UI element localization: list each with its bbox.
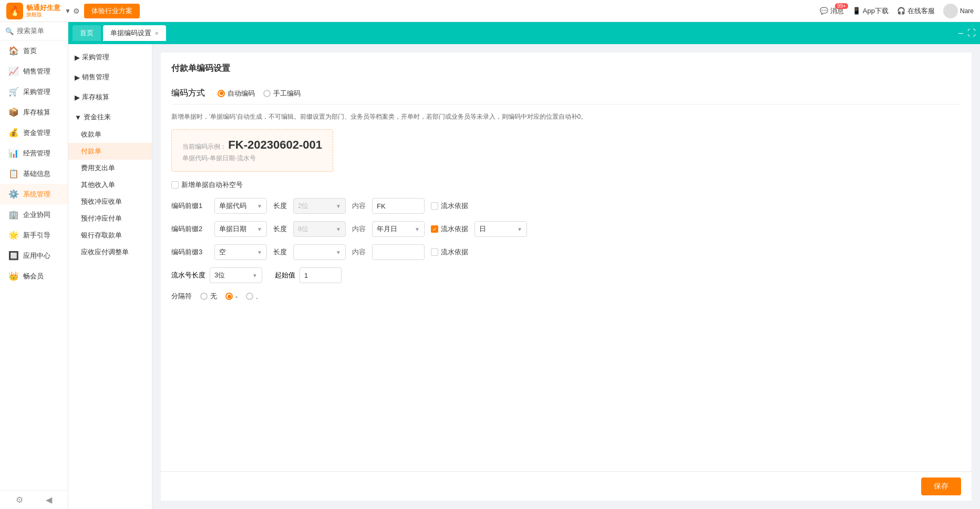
topbar-right: 💬 消息 99+ 📱 App下载 🎧 在线客服 Nare (820, 4, 974, 18)
page-title: 付款单编码设置 (171, 63, 961, 74)
content3-input[interactable] (372, 244, 425, 260)
coding-mode-row: 编码方式 自动编码 手工编码 (171, 82, 961, 105)
sec-item-expense[interactable]: 费用支出单 (68, 160, 152, 176)
serial-row: 流水号长度 3位 ▼ 起始值 (171, 267, 961, 283)
nav-gear-icon[interactable]: ⚙ (73, 7, 80, 15)
prefix2-label: 编码前缀2 (171, 224, 208, 234)
sec-header-inventory[interactable]: ▶ 库存核算 (68, 88, 152, 106)
sidebar-item-member[interactable]: 👑 畅会员 (0, 266, 68, 286)
serial1-checkbox[interactable]: 流水依据 (431, 201, 468, 211)
separator-label: 分隔符 (171, 292, 192, 301)
user-profile[interactable]: Nare (943, 4, 974, 18)
serial-length-label: 流水号长度 (171, 271, 205, 280)
inventory-icon: 📦 (8, 107, 19, 117)
page-content: 付款单编码设置 编码方式 自动编码 手工编码 (152, 44, 980, 509)
serial2-unit-select[interactable]: 日 ▼ (474, 221, 527, 237)
serial2-checkbox[interactable]: ✓ 流水依据 (431, 224, 468, 234)
sep-none-radio[interactable]: 无 (200, 292, 217, 301)
length2-arrow-icon: ▼ (336, 226, 341, 232)
prefix1-select[interactable]: 单据代码 ▼ (214, 198, 267, 214)
length3-label: 长度 (273, 247, 287, 257)
serial3-checkbox[interactable]: 流水依据 (431, 247, 468, 257)
apps-icon: 🔲 (8, 251, 19, 261)
tab-home[interactable]: 首页 (73, 25, 101, 41)
footer-collapse-button[interactable]: ◀ (46, 495, 52, 505)
prefix2-arrow-icon: ▼ (257, 226, 262, 232)
sidebar-item-purchase[interactable]: 🛒 采购管理 (0, 81, 68, 102)
sidebar-item-system[interactable]: ⚙️ 系统管理 (0, 184, 68, 204)
sec-item-bank-deposit[interactable]: 银行存取款单 (68, 227, 152, 244)
separator-row: 分隔符 无 - . (171, 292, 961, 301)
sec-header-purchase[interactable]: ▶ 采购管理 (68, 48, 152, 66)
bottom-bar: 保存 (161, 471, 972, 501)
sec-item-advance-payment[interactable]: 预付冲应付单 (68, 210, 152, 227)
length3-input[interactable]: ▼ (293, 244, 346, 260)
sec-header-sales[interactable]: ▶ 销售管理 (68, 68, 152, 86)
nav-dropdown-icon[interactable]: ▼ (65, 7, 71, 15)
sec-item-adjustment[interactable]: 应收应付调整单 (68, 244, 152, 261)
experience-button[interactable]: 体验行业方案 (84, 4, 140, 18)
autofill-checkbox[interactable]: 新增单据自动补空号 (171, 180, 243, 190)
guide-icon: 🌟 (8, 230, 19, 240)
radio-auto-code[interactable]: 自动编码 (218, 89, 255, 98)
message-button[interactable]: 💬 消息 99+ (820, 6, 844, 16)
operations-icon: 📊 (8, 148, 19, 158)
coding-mode-label: 编码方式 (171, 88, 205, 99)
sec-item-payment[interactable]: 付款单 (68, 143, 152, 160)
sec-header-capital[interactable]: ▼ 资金往来 (68, 108, 152, 126)
user-name: Nare (960, 7, 974, 15)
sidebar-item-label: 销售管理 (23, 67, 50, 76)
enterprise-icon: 🏢 (8, 210, 19, 220)
prefix1-label: 编码前缀1 (171, 201, 208, 211)
info-text: 新增单据时，'单据编码'自动生成，不可编辑。前缀设置为部门、业务员等档案类，开单… (171, 112, 961, 122)
serial2-unit-arrow-icon: ▼ (517, 226, 522, 232)
sec-item-receipt[interactable]: 收款单 (68, 126, 152, 143)
sep-dash-radio[interactable]: - (225, 293, 238, 300)
serial1-checkbox-box (431, 202, 438, 210)
expand-icon: ▶ (75, 94, 80, 101)
sep-dot-radio[interactable]: . (246, 293, 258, 300)
code-preview-label-text: 当前编码示例： (182, 143, 226, 150)
secondary-sidebar: ▶ 采购管理 ▶ 销售管理 ▶ 库存核算 (68, 44, 152, 509)
start-value-input[interactable] (300, 267, 342, 283)
sidebar-item-apps[interactable]: 🔲 应用中心 (0, 245, 68, 266)
finance-icon: 💰 (8, 128, 19, 138)
prefix2-select[interactable]: 单据日期 ▼ (214, 221, 267, 237)
content2-select[interactable]: 年月日 ▼ (372, 221, 425, 237)
autofill-label: 新增单据自动补空号 (181, 180, 243, 190)
sep-none-label: 无 (210, 292, 217, 301)
tab-encoding[interactable]: 单据编码设置 ✕ (103, 25, 166, 41)
save-button[interactable]: 保存 (921, 477, 961, 495)
sidebar-search[interactable]: 🔍 搜索菜单 (0, 22, 68, 40)
expand-icon: ▶ (75, 74, 80, 81)
sidebar-item-finance[interactable]: 💰 资金管理 (0, 122, 68, 143)
content1-input[interactable] (372, 198, 425, 214)
serial-length-select[interactable]: 3位 ▼ (210, 267, 262, 283)
sidebar-item-inventory[interactable]: 📦 库存核算 (0, 102, 68, 122)
sidebar-item-basic[interactable]: 📋 基础信息 (0, 163, 68, 184)
prefix3-select[interactable]: 空 ▼ (214, 244, 267, 260)
sidebar-item-home[interactable]: 🏠 首页 (0, 40, 68, 61)
online-service-button[interactable]: 🎧 在线客服 (897, 6, 935, 16)
logo-text: 畅通好生意 旗舰版 (26, 4, 60, 18)
sidebar-item-operations[interactable]: 📊 经营管理 (0, 143, 68, 163)
footer-settings-button[interactable]: ⚙ (16, 495, 23, 505)
sidebar-item-enterprise[interactable]: 🏢 企业协同 (0, 204, 68, 225)
app-download-button[interactable]: 📱 App下载 (852, 6, 889, 16)
sep-none-icon (200, 293, 208, 300)
tab-maximize-button[interactable]: ⛶ (967, 28, 976, 38)
sidebar-item-guide[interactable]: 🌟 新手引导 (0, 225, 68, 245)
serial1-label: 流水依据 (441, 201, 468, 211)
sidebar-item-sales[interactable]: 📈 销售管理 (0, 61, 68, 81)
manual-code-label: 手工编码 (273, 89, 301, 98)
config-row-prefix1: 编码前缀1 单据代码 ▼ 长度 2位 ▼ 内容 (171, 198, 961, 214)
content1-label: 内容 (352, 201, 366, 211)
radio-manual-code[interactable]: 手工编码 (263, 89, 301, 98)
auto-code-label: 自动编码 (228, 89, 255, 98)
autofill-row: 新增单据自动补空号 (171, 180, 961, 190)
tab-minimize-button[interactable]: – (958, 28, 963, 38)
sidebar-item-label: 应用中心 (23, 251, 50, 261)
sec-item-advance-receipt[interactable]: 预收冲应收单 (68, 193, 152, 210)
tab-close-icon[interactable]: ✕ (154, 30, 159, 36)
sec-item-other-income[interactable]: 其他收入单 (68, 176, 152, 193)
